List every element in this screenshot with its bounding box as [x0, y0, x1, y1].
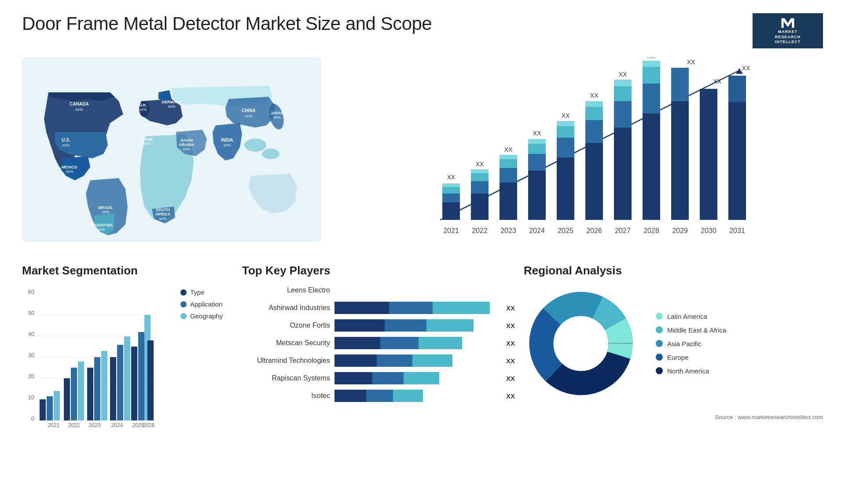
player-row-metscan: Metscan Security XX — [242, 337, 515, 349]
seg-legend: Type Application Geography — [180, 289, 223, 320]
svg-text:xx%: xx% — [139, 107, 147, 112]
svg-text:GERMANY: GERMANY — [162, 100, 182, 104]
bar-chart-svg: 2021 XX 2022 XX 2023 XX — [348, 57, 823, 242]
svg-text:2022: 2022 — [68, 422, 80, 428]
svg-text:XX: XX — [687, 58, 695, 66]
player-row-ashirwad: Ashirwad Industries XX — [242, 302, 515, 314]
svg-text:xx%: xx% — [148, 128, 155, 132]
player-bar-rapiscan — [334, 372, 498, 384]
application-label: Application — [190, 300, 222, 308]
svg-text:XX: XX — [619, 71, 627, 78]
svg-rect-46 — [471, 194, 489, 220]
svg-text:xx%: xx% — [245, 114, 252, 118]
player-bar-leens — [334, 284, 507, 296]
player-bar-isotec — [334, 390, 498, 402]
svg-text:xx%: xx% — [62, 143, 70, 147]
svg-rect-85 — [643, 61, 660, 67]
svg-rect-116 — [64, 378, 70, 420]
logo-text: MARKET RESEARCH INTELLECT — [775, 29, 801, 45]
svg-rect-118 — [78, 362, 84, 420]
player-row-ultramind: Ultramind Technologies XX — [242, 354, 515, 367]
bar-chart-container: 2021 XX 2022 XX 2023 XX — [348, 57, 823, 242]
svg-rect-43 — [442, 183, 460, 187]
seg-application-item: Application — [180, 300, 223, 308]
svg-text:XX: XX — [476, 161, 484, 168]
na-label: North America — [667, 367, 709, 375]
source-text: Source : www.marketresearchintellect.com — [524, 414, 823, 420]
svg-marker-0 — [782, 18, 794, 28]
europe-dot — [656, 354, 663, 361]
svg-rect-52 — [500, 183, 517, 220]
apac-dot — [656, 340, 663, 347]
svg-rect-126 — [124, 336, 130, 420]
player-name-isotec: Isotec — [242, 392, 330, 400]
svg-rect-60 — [528, 144, 546, 154]
svg-rect-66 — [557, 126, 574, 138]
mea-label: Middle East & Africa — [667, 326, 726, 334]
svg-text:FRANCE: FRANCE — [143, 123, 160, 128]
svg-text:XX: XX — [447, 174, 456, 181]
svg-text:2029: 2029 — [672, 227, 688, 234]
svg-rect-96 — [728, 76, 746, 102]
svg-text:ARGENTINA: ARGENTINA — [89, 223, 113, 227]
svg-text:xx%: xx% — [102, 210, 109, 214]
player-value-ultramind: XX — [506, 357, 515, 365]
player-bar-metscan — [334, 337, 498, 349]
donut-chart-svg — [524, 286, 638, 401]
regional-title: Regional Analysis — [524, 264, 823, 278]
svg-rect-78 — [614, 86, 632, 101]
svg-text:MEXICO: MEXICO — [62, 165, 77, 169]
mea-dot — [656, 326, 663, 333]
svg-rect-79 — [614, 80, 632, 86]
player-bar-ozone — [334, 319, 498, 332]
logo-box: MARKET RESEARCH INTELLECT — [753, 13, 823, 48]
svg-rect-58 — [528, 171, 546, 220]
application-dot — [180, 301, 187, 307]
svg-text:U.K.: U.K. — [139, 103, 147, 107]
svg-text:SOUTH: SOUTH — [156, 208, 170, 212]
svg-rect-112 — [40, 399, 46, 420]
world-map-svg: CANADA xx% U.S. xx% MEXICO xx% BRAZIL xx… — [22, 57, 321, 242]
svg-text:XX: XX — [504, 146, 513, 153]
svg-rect-73 — [585, 101, 603, 107]
svg-text:AFRICA: AFRICA — [155, 212, 170, 216]
svg-rect-125 — [117, 345, 123, 420]
svg-rect-113 — [47, 396, 53, 420]
svg-rect-67 — [557, 121, 574, 126]
svg-rect-48 — [471, 173, 489, 181]
svg-text:2031: 2031 — [729, 227, 745, 234]
legend-item-na: North America — [656, 367, 726, 375]
svg-rect-76 — [614, 128, 632, 220]
svg-text:60: 60 — [28, 289, 34, 295]
svg-rect-49 — [471, 169, 489, 173]
svg-rect-70 — [585, 143, 603, 220]
svg-text:XX: XX — [713, 78, 722, 85]
svg-text:xx%: xx% — [66, 169, 73, 174]
donut-container: Latin America Middle East & Africa Asia … — [524, 286, 823, 401]
svg-rect-40 — [442, 202, 460, 220]
svg-rect-132 — [147, 340, 154, 420]
svg-text:20: 20 — [28, 373, 34, 380]
apac-label: Asia Pacific — [667, 340, 702, 347]
page-title: Door Frame Metal Detector Market Size an… — [22, 13, 432, 34]
svg-text:xx%: xx% — [223, 143, 231, 147]
regional-section: Regional Analysis Lat — [524, 264, 823, 504]
svg-rect-55 — [500, 155, 517, 159]
seg-chart-svg: 0 10 20 30 40 50 60 — [22, 284, 163, 434]
svg-text:ITALY: ITALY — [164, 128, 175, 132]
svg-rect-53 — [500, 168, 517, 183]
geography-label: Geography — [190, 312, 223, 320]
svg-text:CANADA: CANADA — [70, 102, 88, 106]
svg-rect-128 — [131, 347, 137, 420]
svg-rect-65 — [557, 138, 574, 157]
svg-rect-114 — [54, 391, 60, 420]
player-name-leens: Leens Electro — [242, 286, 330, 294]
svg-rect-54 — [500, 159, 517, 168]
svg-rect-129 — [138, 332, 144, 420]
svg-text:30: 30 — [28, 352, 34, 358]
legend-item-europe: Europe — [656, 354, 726, 361]
player-bar-ashirwad — [334, 302, 498, 314]
latin-label: Latin America — [667, 313, 707, 320]
regional-legend: Latin America Middle East & Africa Asia … — [656, 313, 726, 375]
svg-rect-82 — [643, 113, 660, 220]
